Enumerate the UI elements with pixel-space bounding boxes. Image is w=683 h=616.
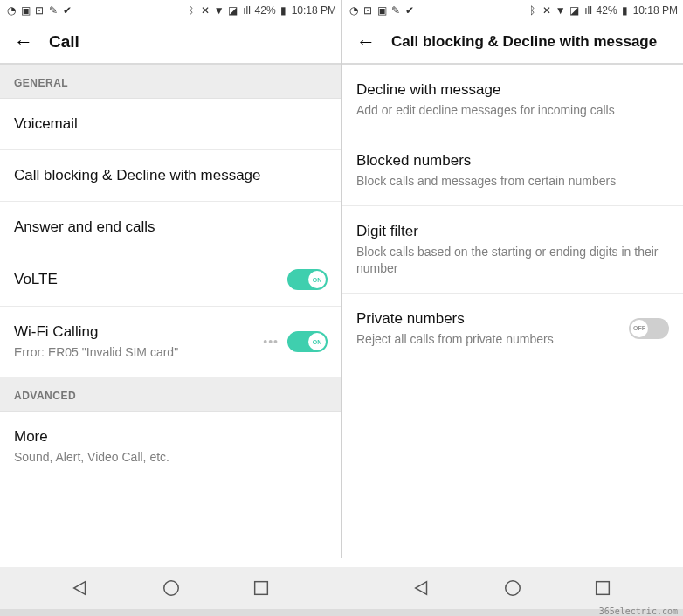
- battery-percent: 42%: [597, 4, 617, 17]
- row-title: Wi-Fi Calling: [14, 322, 263, 342]
- battery-percent: 42%: [255, 4, 276, 17]
- back-button[interactable]: ←: [10, 29, 37, 55]
- row-voicemail[interactable]: Voicemail: [0, 99, 342, 150]
- bluetooth-icon: ᛒ: [527, 4, 539, 17]
- data-icon: ◪: [227, 4, 239, 17]
- toggle-knob: OFF: [631, 320, 648, 337]
- screen-call-blocking: ◔ ⊡ ▣ ✎ ✔ ᛒ ✕ ▼ ◪ ıll 42% ▮ 10:18 PM ← C…: [342, 0, 683, 563]
- battery-icon: ▮: [278, 4, 290, 17]
- row-sub: Error: ER05 "Invalid SIM card": [14, 344, 263, 361]
- row-sub: Reject all calls from private numbers: [356, 331, 629, 348]
- row-volte[interactable]: VoLTE ON: [0, 253, 342, 307]
- row-more[interactable]: More Sound, Alert, Video Call, etc.: [0, 412, 342, 481]
- chat-icon: ⊡: [33, 4, 45, 17]
- data-icon: ◪: [569, 4, 581, 17]
- row-title: Private numbers: [356, 309, 629, 329]
- row-title: Voicemail: [14, 114, 328, 134]
- row-sub: Block calls and messages from certain nu…: [356, 173, 669, 190]
- timer-icon: ◔: [348, 4, 360, 17]
- nav-back-button[interactable]: [412, 578, 431, 598]
- status-bar: ◔ ⊡ ▣ ✎ ✔ ᛒ ✕ ▼ ◪ ıll 42% ▮ 10:18 PM: [342, 0, 683, 21]
- clock: 10:18 PM: [292, 4, 336, 17]
- row-title: Digit filter: [356, 222, 669, 241]
- more-dots-icon: •••: [263, 335, 279, 349]
- signal-icon: ıll: [241, 4, 253, 17]
- picture-icon: ▣: [19, 4, 31, 17]
- nav-recent-button[interactable]: [593, 578, 612, 598]
- clipboard-icon: ✎: [390, 4, 402, 17]
- row-private-numbers[interactable]: Private numbers Reject all calls from pr…: [342, 294, 683, 363]
- wifi-icon: ▼: [213, 4, 225, 17]
- row-decline-with-message[interactable]: Decline with message Add or edit decline…: [342, 65, 683, 135]
- row-title: More: [14, 427, 328, 446]
- row-call-blocking[interactable]: Call blocking & Decline with message: [0, 150, 342, 202]
- status-bar: ◔ ▣ ⊡ ✎ ✔ ᛒ ✕ ▼ ◪ ıll 42% ▮ 10:18 PM: [0, 0, 342, 21]
- wifi-icon: ▼: [555, 4, 567, 17]
- picture-icon: ▣: [376, 4, 388, 17]
- private-numbers-toggle[interactable]: OFF: [629, 318, 669, 339]
- row-sub: Sound, Alert, Video Call, etc.: [14, 449, 328, 466]
- row-title: VoLTE: [14, 270, 287, 289]
- svg-point-2: [505, 581, 520, 596]
- screen-call-settings: ◔ ▣ ⊡ ✎ ✔ ᛒ ✕ ▼ ◪ ıll 42% ▮ 10:18 PM ← C…: [0, 0, 342, 563]
- bluetooth-icon: ᛒ: [185, 4, 197, 17]
- row-sub: Block calls based on the starting or end…: [356, 244, 669, 277]
- clock: 10:18 PM: [633, 4, 678, 17]
- row-answer-end-calls[interactable]: Answer and end calls: [0, 202, 342, 253]
- toggle-knob: ON: [308, 333, 326, 350]
- timer-icon: ◔: [5, 4, 17, 17]
- back-button[interactable]: ←: [353, 29, 379, 55]
- clipboard-icon: ✎: [47, 4, 59, 17]
- nav-home-button[interactable]: [503, 578, 522, 598]
- volte-toggle[interactable]: ON: [287, 269, 328, 290]
- svg-rect-1: [254, 582, 267, 595]
- row-blocked-numbers[interactable]: Blocked numbers Block calls and messages…: [342, 135, 683, 206]
- page-title: Call: [49, 32, 79, 52]
- nav-home-button[interactable]: [162, 578, 181, 598]
- signal-icon: ıll: [583, 4, 595, 17]
- watermark: 365electric.com: [599, 606, 678, 616]
- wifi-calling-toggle[interactable]: ON: [287, 331, 328, 352]
- row-wifi-calling[interactable]: Wi-Fi Calling Error: ER05 "Invalid SIM c…: [0, 307, 342, 377]
- battery-icon: ▮: [619, 4, 631, 17]
- section-header-general: GENERAL: [0, 65, 342, 99]
- row-title: Answer and end calls: [14, 218, 328, 237]
- row-title: Blocked numbers: [356, 151, 669, 170]
- page-title: Call blocking & Decline with message: [391, 33, 657, 51]
- section-header-advanced: ADVANCED: [0, 377, 342, 412]
- nav-back-button[interactable]: [71, 578, 90, 598]
- mute-icon: ✕: [199, 4, 211, 17]
- row-title: Decline with message: [356, 80, 669, 100]
- row-title: Call blocking & Decline with message: [14, 166, 328, 185]
- app-bar: ← Call: [0, 21, 342, 65]
- mute-icon: ✕: [541, 4, 553, 17]
- divider: [0, 558, 683, 567]
- nav-recent-button[interactable]: [252, 578, 271, 598]
- app-bar: ← Call blocking & Decline with message: [342, 21, 683, 65]
- navigation-bar: [0, 567, 683, 609]
- svg-point-0: [163, 581, 178, 596]
- row-sub: Add or edit decline messages for incomin…: [356, 102, 669, 119]
- chat-icon: ⊡: [362, 4, 374, 17]
- toggle-knob: ON: [308, 271, 326, 288]
- check-clipboard-icon: ✔: [61, 4, 73, 17]
- row-digit-filter[interactable]: Digit filter Block calls based on the st…: [342, 206, 683, 294]
- svg-rect-3: [596, 582, 609, 595]
- check-clipboard-icon: ✔: [404, 4, 416, 17]
